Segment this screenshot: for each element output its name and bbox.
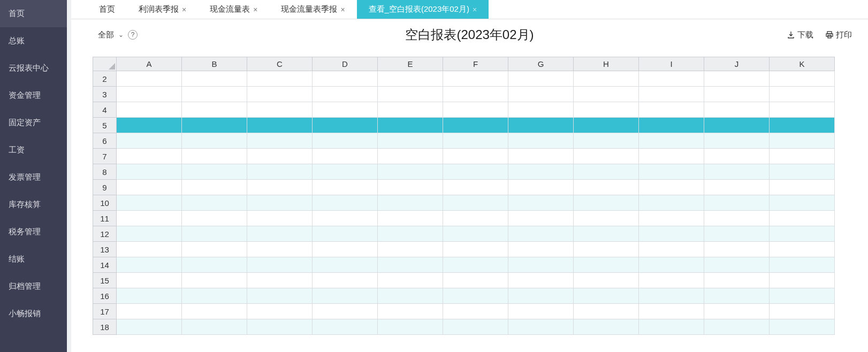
cell-C2[interactable] (247, 71, 313, 87)
row-header-4[interactable]: 4 (93, 102, 117, 118)
cell-E15[interactable] (378, 273, 443, 288)
cell-F10[interactable] (443, 195, 508, 211)
cell-I4[interactable] (639, 102, 704, 118)
cell-B17[interactable] (182, 304, 247, 319)
tab-3[interactable]: 现金流量表季报× (269, 0, 356, 19)
row-header-17[interactable]: 17 (93, 304, 117, 319)
cell-J16[interactable] (704, 288, 770, 304)
cell-B2[interactable] (182, 71, 247, 87)
cell-D9[interactable] (313, 180, 378, 195)
cell-F14[interactable] (443, 257, 508, 273)
cell-D7[interactable] (313, 149, 378, 164)
row-header-5[interactable]: 5 (93, 118, 117, 133)
cell-G18[interactable] (508, 319, 574, 335)
cell-H13[interactable] (574, 242, 639, 257)
cell-H10[interactable] (574, 195, 639, 211)
cell-B15[interactable] (182, 273, 247, 288)
cell-K7[interactable] (770, 149, 835, 164)
cell-I6[interactable] (639, 133, 704, 149)
cell-A15[interactable] (117, 273, 182, 288)
cell-F11[interactable] (443, 211, 508, 226)
cell-I10[interactable] (639, 195, 704, 211)
cell-J14[interactable] (704, 257, 770, 273)
cell-I3[interactable] (639, 87, 704, 102)
cell-D4[interactable] (313, 102, 378, 118)
cell-E2[interactable] (378, 71, 443, 87)
sidebar-item-11[interactable]: 小畅报销 (0, 300, 67, 327)
cell-B4[interactable] (182, 102, 247, 118)
cell-G15[interactable] (508, 273, 574, 288)
cell-E8[interactable] (378, 164, 443, 180)
cell-D16[interactable] (313, 288, 378, 304)
cell-F6[interactable] (443, 133, 508, 149)
cell-J2[interactable] (704, 71, 770, 87)
cell-J12[interactable] (704, 226, 770, 242)
cell-C12[interactable] (247, 226, 313, 242)
cell-I11[interactable] (639, 211, 704, 226)
cell-I15[interactable] (639, 273, 704, 288)
cell-F8[interactable] (443, 164, 508, 180)
row-header-13[interactable]: 13 (93, 242, 117, 257)
sidebar-item-9[interactable]: 结账 (0, 246, 67, 273)
cell-F15[interactable] (443, 273, 508, 288)
cell-G11[interactable] (508, 211, 574, 226)
cell-H11[interactable] (574, 211, 639, 226)
cell-F12[interactable] (443, 226, 508, 242)
column-header-H[interactable]: H (574, 57, 639, 71)
cell-D2[interactable] (313, 71, 378, 87)
cell-K8[interactable] (770, 164, 835, 180)
cell-K13[interactable] (770, 242, 835, 257)
cell-A9[interactable] (117, 180, 182, 195)
cell-D18[interactable] (313, 319, 378, 335)
cell-E13[interactable] (378, 242, 443, 257)
cell-J13[interactable] (704, 242, 770, 257)
cell-A16[interactable] (117, 288, 182, 304)
column-header-G[interactable]: G (508, 57, 574, 71)
cell-E10[interactable] (378, 195, 443, 211)
cell-F2[interactable] (443, 71, 508, 87)
cell-A13[interactable] (117, 242, 182, 257)
sidebar-item-2[interactable]: 云报表中心 (0, 55, 67, 82)
sidebar-item-7[interactable]: 库存核算 (0, 191, 67, 218)
cell-D8[interactable] (313, 164, 378, 180)
cell-I12[interactable] (639, 226, 704, 242)
cell-J9[interactable] (704, 180, 770, 195)
cell-F18[interactable] (443, 319, 508, 335)
cell-H5[interactable] (574, 118, 639, 133)
close-icon[interactable]: × (473, 5, 477, 14)
cell-F13[interactable] (443, 242, 508, 257)
cell-B16[interactable] (182, 288, 247, 304)
cell-I16[interactable] (639, 288, 704, 304)
column-header-F[interactable]: F (443, 57, 508, 71)
row-header-6[interactable]: 6 (93, 133, 117, 149)
cell-G6[interactable] (508, 133, 574, 149)
column-header-C[interactable]: C (247, 57, 313, 71)
cell-B9[interactable] (182, 180, 247, 195)
cell-H6[interactable] (574, 133, 639, 149)
cell-H12[interactable] (574, 226, 639, 242)
sidebar-item-8[interactable]: 税务管理 (0, 218, 67, 246)
close-icon[interactable]: × (253, 5, 257, 14)
tab-1[interactable]: 利润表季报× (127, 0, 198, 19)
close-icon[interactable]: × (340, 5, 345, 14)
cell-E6[interactable] (378, 133, 443, 149)
column-header-E[interactable]: E (378, 57, 443, 71)
column-header-I[interactable]: I (639, 57, 704, 71)
cell-F17[interactable] (443, 304, 508, 319)
sidebar-item-10[interactable]: 归档管理 (0, 273, 67, 300)
cell-H8[interactable] (574, 164, 639, 180)
cell-C11[interactable] (247, 211, 313, 226)
cell-A4[interactable] (117, 102, 182, 118)
cell-E11[interactable] (378, 211, 443, 226)
cell-H2[interactable] (574, 71, 639, 87)
cell-A2[interactable] (117, 71, 182, 87)
sidebar-item-4[interactable]: 固定资产 (0, 109, 67, 136)
cell-C10[interactable] (247, 195, 313, 211)
cell-K2[interactable] (770, 71, 835, 87)
cell-K3[interactable] (770, 87, 835, 102)
cell-D13[interactable] (313, 242, 378, 257)
row-header-2[interactable]: 2 (93, 71, 117, 87)
cell-C8[interactable] (247, 164, 313, 180)
row-header-7[interactable]: 7 (93, 149, 117, 164)
cell-A14[interactable] (117, 257, 182, 273)
